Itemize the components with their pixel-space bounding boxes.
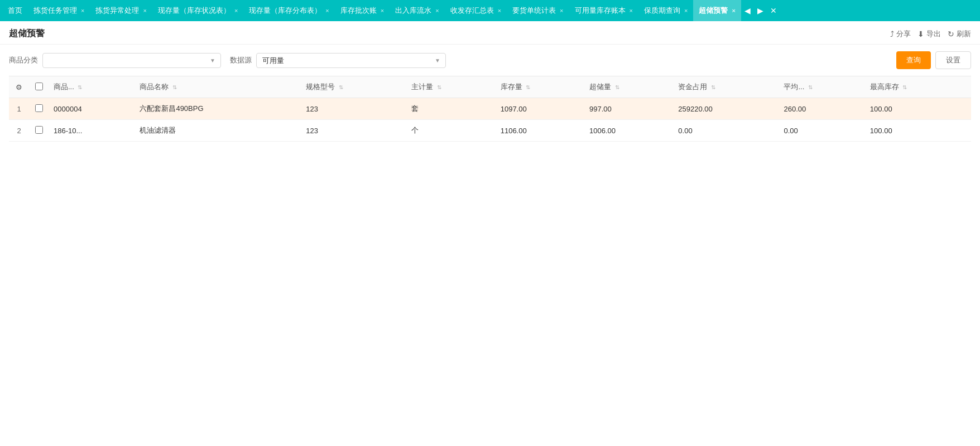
row-capital: 0.00 <box>674 120 779 142</box>
nav-available[interactable]: 可用量库存账本 × <box>569 0 638 21</box>
page-content: 超储预警 ⤴ 分享 ⬇ 导出 ↻ 刷新 商品分类 <box>0 21 980 446</box>
nav-home[interactable]: 首页 <box>2 0 28 21</box>
row-unit: 个 <box>407 120 496 142</box>
share-icon: ⤴ <box>890 30 894 38</box>
gear-icon[interactable]: ⚙ <box>16 83 22 91</box>
row-stock: 1106.00 <box>496 120 585 142</box>
table-container: ⚙ 商品... ⇅ 商品名称 ⇅ 规格型号 ⇅ <box>0 76 980 142</box>
page-actions: ⤴ 分享 ⬇ 导出 ↻ 刷新 <box>890 29 971 39</box>
export-icon: ⬇ <box>917 30 924 38</box>
row-avg: 260.00 <box>779 98 865 120</box>
sort-capital-icon: ⇅ <box>711 84 715 90</box>
sort-maxstock-icon: ⇅ <box>902 84 907 90</box>
row-maxstock: 100.00 <box>866 120 971 142</box>
top-navigation: 首页 拣货任务管理 × 拣货异常处理 × 现存量（库存状况表） × 现存量（库存… <box>0 0 980 21</box>
row-overstock: 997.00 <box>585 98 674 120</box>
col-avg[interactable]: 平均... ⇅ <box>779 76 865 98</box>
page-header: 超储预警 ⤴ 分享 ⬇ 导出 ↻ 刷新 <box>0 21 980 45</box>
row-spec: 123 <box>301 98 407 120</box>
sort-stock-icon: ⇅ <box>526 84 530 90</box>
row-avg: 0.00 <box>779 120 865 142</box>
datasource-label: 数据源 <box>230 55 252 65</box>
row-name: 六配套新昌490BPG <box>135 98 301 120</box>
filter-actions: 查询 设置 <box>896 51 971 69</box>
row-num: 2 <box>9 120 29 142</box>
sort-name-icon: ⇅ <box>172 84 177 90</box>
category-select[interactable] <box>42 53 221 68</box>
table-header-row: ⚙ 商品... ⇅ 商品名称 ⇅ 规格型号 ⇅ <box>9 76 971 98</box>
export-button[interactable]: ⬇ 导出 <box>917 29 941 39</box>
settings-button[interactable]: 设置 <box>935 51 971 69</box>
sort-avg-icon: ⇅ <box>808 84 813 90</box>
table-row: 2 186-10... 机油滤清器 123 个 1106.00 1006.00 … <box>9 120 971 142</box>
sort-code-icon: ⇅ <box>78 84 82 90</box>
datasource-filter-group: 数据源 可用量 <box>230 53 446 68</box>
col-name[interactable]: 商品名称 ⇅ <box>135 76 301 98</box>
nav-task[interactable]: 拣货任务管理 × <box>28 0 90 21</box>
nav-summary[interactable]: 收发存汇总表 × <box>445 0 507 21</box>
category-select-wrapper <box>42 53 221 68</box>
col-spec[interactable]: 规格型号 ⇅ <box>301 76 407 98</box>
data-table: ⚙ 商品... ⇅ 商品名称 ⇅ 规格型号 ⇅ <box>9 76 971 142</box>
category-filter-group: 商品分类 <box>9 53 221 68</box>
col-gear: ⚙ <box>9 76 29 98</box>
col-code[interactable]: 商品... ⇅ <box>49 76 135 98</box>
row-stock: 1097.00 <box>496 98 585 120</box>
nav-order-stat-close[interactable]: × <box>560 7 563 14</box>
nav-next-arrow[interactable]: ▶ <box>754 0 767 21</box>
nav-abnormal-close[interactable]: × <box>143 7 146 14</box>
nav-inout-close[interactable]: × <box>435 7 439 14</box>
col-maxstock[interactable]: 最高库存 ⇅ <box>866 76 971 98</box>
col-capital[interactable]: 资金占用 ⇅ <box>674 76 779 98</box>
share-button[interactable]: ⤴ 分享 <box>890 29 911 39</box>
nav-close-all[interactable]: ✕ <box>767 0 780 21</box>
table-row: 1 0000004 六配套新昌490BPG 123 套 1097.00 997.… <box>9 98 971 120</box>
row-name: 机油滤清器 <box>135 120 301 142</box>
col-checkbox <box>29 76 49 98</box>
datasource-select[interactable]: 可用量 <box>256 53 446 68</box>
sort-spec-icon: ⇅ <box>339 84 343 90</box>
row-code: 186-10... <box>49 120 135 142</box>
row-overstock: 1006.00 <box>585 120 674 142</box>
row-spec: 123 <box>301 120 407 142</box>
refresh-button[interactable]: ↻ 刷新 <box>948 29 971 39</box>
row-capital: 259220.00 <box>674 98 779 120</box>
query-button[interactable]: 查询 <box>896 51 931 69</box>
nav-batch-close[interactable]: × <box>381 7 384 14</box>
nav-task-close[interactable]: × <box>81 7 84 14</box>
nav-summary-close[interactable]: × <box>498 7 501 14</box>
nav-stock-dist[interactable]: 现存量（库存分布表） × <box>243 0 334 21</box>
nav-stock-dist-close[interactable]: × <box>325 7 329 14</box>
table-body: 1 0000004 六配套新昌490BPG 123 套 1097.00 997.… <box>9 98 971 142</box>
row-checkbox-cell <box>29 98 49 120</box>
sort-unit-icon: ⇅ <box>437 84 441 90</box>
col-overstock[interactable]: 超储量 ⇅ <box>585 76 674 98</box>
nav-order-stat[interactable]: 要货单统计表 × <box>507 0 569 21</box>
sort-overstock-icon: ⇅ <box>615 84 619 90</box>
row-checkbox-cell <box>29 120 49 142</box>
nav-abnormal[interactable]: 拣货异常处理 × <box>90 0 152 21</box>
row-maxstock: 100.00 <box>866 98 971 120</box>
nav-overstock[interactable]: 超储预警 × <box>693 0 741 21</box>
nav-expiry[interactable]: 保质期查询 × <box>638 0 693 21</box>
page-title: 超储预警 <box>9 28 45 40</box>
col-unit[interactable]: 主计量 ⇅ <box>407 76 496 98</box>
nav-expiry-close[interactable]: × <box>684 7 688 14</box>
row-num: 1 <box>9 98 29 120</box>
row-code: 0000004 <box>49 98 135 120</box>
nav-inout[interactable]: 出入库流水 × <box>390 0 444 21</box>
col-stock[interactable]: 库存量 ⇅ <box>496 76 585 98</box>
select-all-checkbox[interactable] <box>35 83 43 90</box>
row-checkbox[interactable] <box>35 104 43 112</box>
category-label: 商品分类 <box>9 55 38 65</box>
datasource-select-wrapper: 可用量 <box>256 53 446 68</box>
nav-available-close[interactable]: × <box>630 7 633 14</box>
nav-overstock-close[interactable]: × <box>732 7 735 14</box>
nav-stock-status-close[interactable]: × <box>234 7 238 14</box>
nav-stock-status[interactable]: 现存量（库存状况表） × <box>152 0 243 21</box>
row-unit: 套 <box>407 98 496 120</box>
filter-bar: 商品分类 数据源 可用量 查询 设置 <box>0 45 980 76</box>
row-checkbox[interactable] <box>35 126 43 134</box>
nav-batch[interactable]: 库存批次账 × <box>335 0 390 21</box>
nav-prev-arrow[interactable]: ◀ <box>741 0 754 21</box>
